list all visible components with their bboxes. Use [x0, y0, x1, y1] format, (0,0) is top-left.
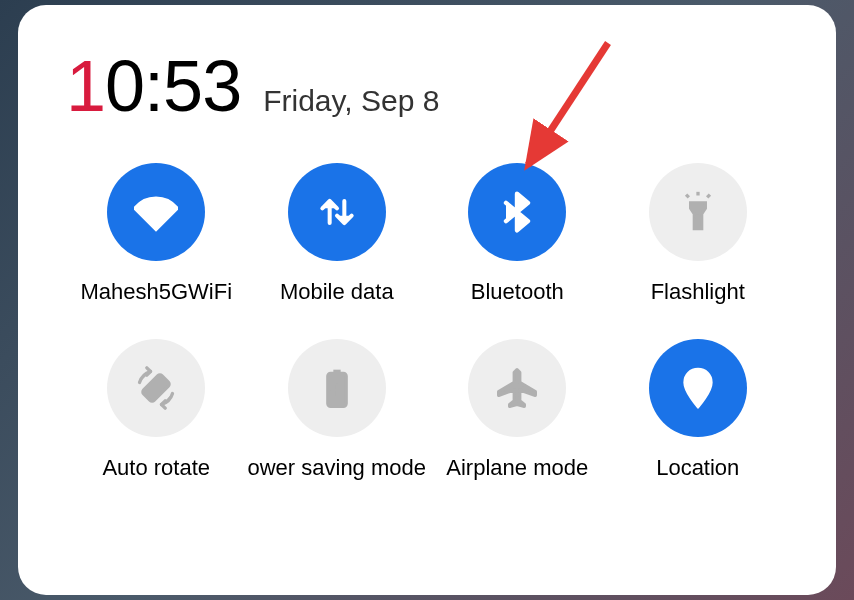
time-first-digit: 1 — [66, 46, 105, 126]
header: 10:53 Friday, Sep 8 — [66, 45, 788, 127]
mobile-data-toggle[interactable]: Mobile data — [247, 163, 428, 305]
wifi-label: Mahesh5GWiFi — [80, 279, 232, 305]
bluetooth-label: Bluetooth — [471, 279, 564, 305]
date-label: Friday, Sep 8 — [263, 84, 439, 118]
flashlight-label: Flashlight — [651, 279, 745, 305]
svg-point-3 — [696, 216, 699, 219]
toggles-grid: Mahesh5GWiFi Mobile data Bluetooth — [66, 163, 788, 481]
svg-line-1 — [686, 195, 689, 198]
auto-rotate-label: Auto rotate — [102, 455, 210, 481]
battery-plus-icon — [288, 339, 386, 437]
mobile-data-label: Mobile data — [280, 279, 394, 305]
auto-rotate-icon — [107, 339, 205, 437]
wifi-toggle[interactable]: Mahesh5GWiFi — [66, 163, 247, 305]
airplane-label: Airplane mode — [446, 455, 588, 481]
svg-line-2 — [707, 195, 710, 198]
airplane-icon — [468, 339, 566, 437]
mobile-data-icon — [288, 163, 386, 261]
time-rest: 0:53 — [105, 46, 241, 126]
svg-point-9 — [693, 377, 703, 387]
auto-rotate-toggle[interactable]: Auto rotate — [66, 339, 247, 481]
svg-rect-4 — [142, 374, 171, 403]
flashlight-icon — [649, 163, 747, 261]
location-toggle[interactable]: Location — [608, 339, 789, 481]
power-saving-toggle[interactable]: ower saving mode — [247, 339, 428, 481]
bluetooth-toggle[interactable]: Bluetooth — [427, 163, 608, 305]
location-label: Location — [656, 455, 739, 481]
wifi-icon — [107, 163, 205, 261]
airplane-toggle[interactable]: Airplane mode — [427, 339, 608, 481]
bluetooth-icon — [468, 163, 566, 261]
flashlight-toggle[interactable]: Flashlight — [608, 163, 789, 305]
clock-time: 10:53 — [66, 45, 241, 127]
power-saving-label: ower saving mode — [247, 455, 426, 481]
location-icon — [649, 339, 747, 437]
svg-rect-6 — [333, 370, 340, 374]
quick-settings-panel: 10:53 Friday, Sep 8 Mahesh5GWiFi Mobile … — [18, 5, 836, 595]
